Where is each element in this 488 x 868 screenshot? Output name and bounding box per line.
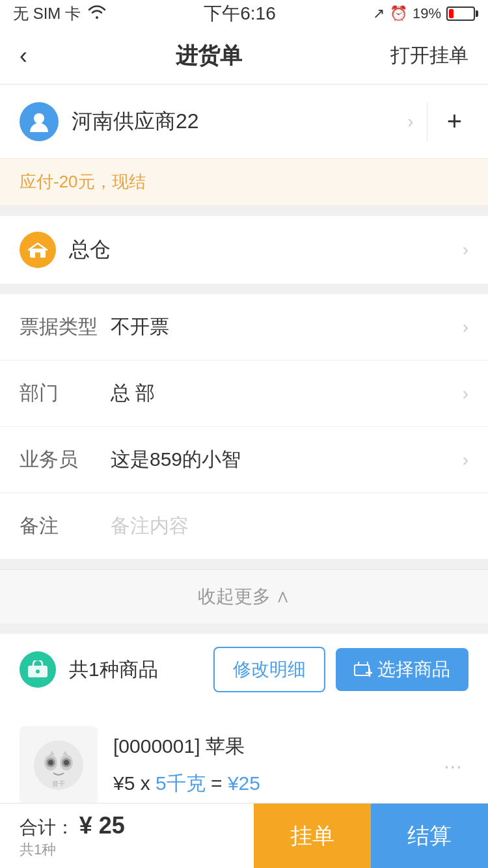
nav-bar: ‹ 进货单 打开挂单: [0, 27, 488, 85]
warehouse-row[interactable]: 总仓 ›: [0, 216, 488, 284]
warehouse-section: 总仓 ›: [0, 216, 488, 284]
total-label: 合计：: [20, 817, 74, 837]
status-left: 无 SIM 卡: [13, 3, 107, 24]
department-value: 总 部: [98, 380, 463, 407]
remark-row[interactable]: 备注 备注内容: [0, 493, 488, 559]
wifi-icon: [87, 5, 107, 23]
svg-rect-2: [35, 252, 40, 258]
notice-text: 应付-20元，现结: [20, 172, 146, 191]
products-icon: [20, 651, 56, 688]
product-title: 苹果: [206, 735, 245, 757]
form-section: 票据类型 不开票 › 部门 总 部 › 业务员 这是859的小智 › 备注 备注…: [0, 294, 488, 559]
warehouse-chevron-icon: ›: [463, 239, 468, 260]
warehouse-icon: [20, 232, 56, 268]
checkout-button[interactable]: 结算: [371, 804, 488, 868]
total-price: ¥25: [228, 772, 260, 794]
battery-fill: [449, 9, 454, 18]
department-chevron-icon: ›: [463, 383, 468, 404]
quantity: 5千克: [156, 772, 206, 794]
salesman-label: 业务员: [20, 446, 98, 473]
products-header: 共1种商品 修改明细 选择商品: [0, 634, 488, 705]
collapse-label: 收起更多 ∧: [198, 586, 291, 606]
total-row: 合计： ¥ 25: [20, 812, 234, 840]
invoice-value: 不开票: [98, 314, 463, 340]
svg-point-0: [34, 113, 44, 124]
department-row[interactable]: 部门 总 部 ›: [0, 360, 488, 427]
invoice-row[interactable]: 票据类型 不开票 ›: [0, 294, 488, 360]
salesman-value: 这是859的小智: [98, 446, 463, 473]
unit-price: ¥5 x: [113, 772, 156, 794]
select-product-button[interactable]: 选择商品: [336, 648, 468, 691]
warehouse-name: 总仓: [69, 236, 463, 264]
invoice-chevron-icon: ›: [463, 317, 468, 338]
add-supplier-button[interactable]: +: [441, 100, 468, 142]
product-thumbnail: 督干: [20, 726, 98, 804]
supplier-section: 河南供应商22 › + 应付-20元，现结: [0, 85, 488, 206]
svg-rect-5: [355, 665, 369, 675]
location-icon: ↗: [373, 5, 385, 22]
svg-point-14: [64, 760, 69, 765]
collapse-bar[interactable]: 收起更多 ∧: [0, 569, 488, 623]
product-code: [0000001]: [113, 735, 206, 757]
salesman-row[interactable]: 业务员 这是859的小智 ›: [0, 427, 488, 493]
svg-point-13: [48, 760, 53, 765]
total-sub: 共1种: [20, 840, 234, 860]
status-right: ↗ ⏰ 19%: [373, 5, 475, 22]
product-name: [0000001] 苹果: [113, 733, 437, 760]
invoice-label: 票据类型: [20, 314, 98, 340]
open-hang-button[interactable]: 打开挂单: [390, 42, 468, 69]
products-section: 共1种商品 修改明细 选择商品: [0, 634, 488, 824]
page-title: 进货单: [176, 41, 242, 71]
notice-bar: 应付-20元，现结: [0, 158, 488, 206]
products-count: 共1种商品: [69, 657, 213, 683]
carrier-label: 无 SIM 卡: [13, 3, 81, 24]
content-area: 河南供应商22 › + 应付-20元，现结 总仓 › 票据类型: [0, 85, 488, 868]
product-info: [0000001] 苹果 ¥5 x 5千克 = ¥25: [113, 733, 437, 797]
remark-input[interactable]: 备注内容: [98, 513, 468, 539]
status-bar: 无 SIM 卡 下午6:16 ↗ ⏰ 19%: [0, 0, 488, 27]
bottom-bar: 合计： ¥ 25 共1种 挂单 结算: [0, 803, 488, 868]
vertical-divider: [427, 102, 427, 141]
battery-icon: [446, 7, 475, 21]
total-section: 合计： ¥ 25 共1种: [0, 804, 254, 868]
product-price: ¥5 x 5千克 = ¥25: [113, 770, 437, 797]
supplier-avatar: [20, 102, 59, 141]
equals: =: [211, 772, 228, 794]
battery-percent: 19%: [413, 5, 441, 22]
alarm-icon: ⏰: [390, 5, 407, 22]
edit-details-button[interactable]: 修改明细: [213, 647, 325, 692]
svg-text:督干: 督干: [52, 780, 65, 787]
hang-button[interactable]: 挂单: [254, 804, 371, 868]
supplier-name: 河南供应商22: [72, 107, 407, 136]
total-amount: ¥ 25: [79, 812, 125, 839]
back-button[interactable]: ‹: [20, 42, 27, 70]
remark-label: 备注: [20, 513, 98, 539]
salesman-chevron-icon: ›: [463, 450, 468, 470]
svg-point-4: [36, 670, 40, 673]
department-label: 部门: [20, 380, 98, 407]
select-product-label: 选择商品: [377, 657, 450, 682]
product-more-button[interactable]: ···: [437, 746, 468, 785]
supplier-chevron-icon: ›: [407, 111, 413, 132]
supplier-row[interactable]: 河南供应商22 › +: [0, 85, 488, 158]
status-time: 下午6:16: [204, 1, 276, 26]
